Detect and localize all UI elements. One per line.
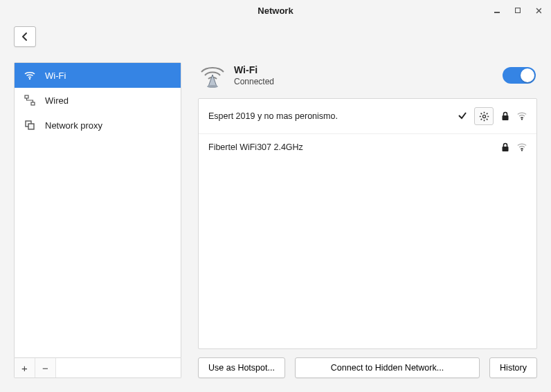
networks-list: Espert 2019 y no mas peronismo. <box>198 98 537 349</box>
close-button[interactable] <box>536 8 541 13</box>
bottom-buttons: Use as Hotspot... Connect to Hidden Netw… <box>198 357 537 378</box>
wifi-icon <box>24 70 35 81</box>
signal-icon <box>517 111 527 121</box>
svg-point-23 <box>521 149 523 151</box>
svg-line-19 <box>480 118 482 120</box>
sidebar-item-label: Wi-Fi <box>45 71 66 81</box>
svg-rect-5 <box>25 95 28 98</box>
network-row[interactable]: Fibertel WiFi307 2.4GHz <box>199 134 536 160</box>
svg-line-18 <box>486 113 487 114</box>
wifi-toggle-switch[interactable] <box>503 67 536 84</box>
proxy-icon <box>24 120 35 131</box>
remove-connection-button[interactable]: − <box>35 358 56 377</box>
svg-line-16 <box>480 113 482 114</box>
sidebar-list: Wi-Fi Wired Network proxy <box>14 62 181 358</box>
titlebar: Network <box>0 0 551 21</box>
gear-icon <box>479 111 489 122</box>
header-text: Wi-Fi Connected <box>234 64 494 86</box>
network-settings-button[interactable] <box>474 107 494 125</box>
switch-knob <box>521 68 534 82</box>
sidebar-item-wired[interactable]: Wired <box>15 88 181 113</box>
sidebar-item-label: Wired <box>45 95 69 106</box>
svg-rect-20 <box>503 115 509 120</box>
sidebar-item-label: Network proxy <box>45 120 102 131</box>
svg-rect-1 <box>516 8 521 13</box>
wired-icon <box>24 95 35 106</box>
maximize-button[interactable] <box>515 8 521 13</box>
window-title: Network <box>258 6 293 16</box>
window-controls <box>494 0 541 21</box>
sidebar: Wi-Fi Wired Network proxy + − <box>14 62 181 378</box>
network-row[interactable]: Espert 2019 y no mas peronismo. <box>199 99 536 134</box>
main-header: Wi-Fi Connected <box>198 62 537 88</box>
panel-status: Connected <box>234 77 494 86</box>
svg-point-11 <box>482 115 485 118</box>
content-area: Wi-Fi Wired Network proxy + − <box>0 48 551 392</box>
wifi-hero-icon <box>199 62 226 88</box>
connect-hidden-button[interactable]: Connect to Hidden Network... <box>295 357 480 378</box>
lock-icon <box>500 111 510 121</box>
history-button[interactable]: History <box>489 357 537 378</box>
svg-point-21 <box>521 118 523 120</box>
back-button[interactable] <box>14 26 36 47</box>
hotspot-button[interactable]: Use as Hotspot... <box>198 357 285 378</box>
panel-title: Wi-Fi <box>234 64 494 75</box>
minimize-button[interactable] <box>494 8 500 13</box>
svg-rect-6 <box>31 102 35 105</box>
main-panel: Wi-Fi Connected Espert 2019 y no mas per… <box>198 62 537 378</box>
sidebar-item-wifi[interactable]: Wi-Fi <box>15 63 181 88</box>
lock-icon <box>500 142 510 152</box>
svg-rect-0 <box>494 12 500 13</box>
signal-icon <box>517 142 527 152</box>
connected-check-icon <box>458 111 467 122</box>
svg-marker-9 <box>208 75 217 86</box>
svg-point-4 <box>29 78 30 80</box>
svg-rect-22 <box>503 147 509 151</box>
svg-line-17 <box>486 118 487 120</box>
svg-rect-8 <box>28 124 34 129</box>
sidebar-item-proxy[interactable]: Network proxy <box>15 113 181 138</box>
network-ssid: Espert 2019 y no mas peronismo. <box>208 111 451 121</box>
add-connection-button[interactable]: + <box>15 358 35 377</box>
network-ssid: Fibertel WiFi307 2.4GHz <box>208 142 494 152</box>
toolbar <box>0 21 551 48</box>
svg-point-10 <box>207 85 218 88</box>
sidebar-footer: + − <box>14 358 181 378</box>
